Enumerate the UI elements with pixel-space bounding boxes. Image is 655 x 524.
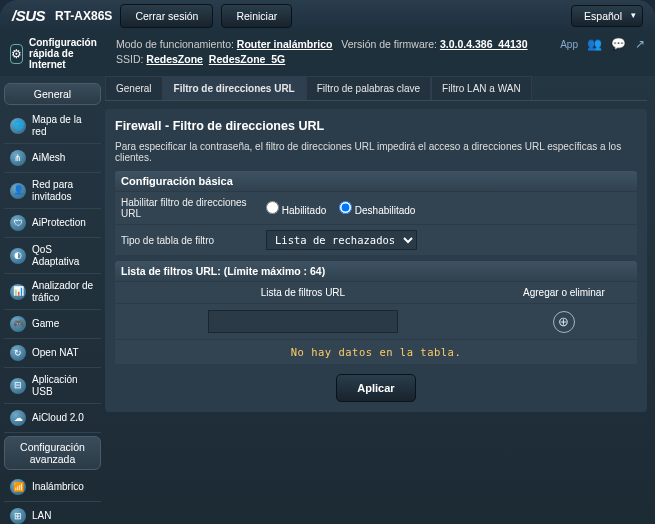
tab-url-filter[interactable]: Filtro de direcciones URL bbox=[163, 76, 306, 100]
nav-open-nat[interactable]: ↻Open NAT bbox=[4, 339, 101, 368]
basic-config-header: Configuración básica bbox=[115, 171, 637, 191]
shield-icon: 🛡 bbox=[10, 215, 26, 231]
tab-lan-wan-filter[interactable]: Filtro LAN a WAN bbox=[431, 76, 532, 100]
radio-disabled[interactable] bbox=[339, 201, 352, 214]
devices-icon[interactable]: 👥 bbox=[587, 37, 602, 51]
nav-guest-network[interactable]: 👤Red para invitados bbox=[4, 173, 101, 209]
nav-label: LAN bbox=[32, 510, 51, 522]
nav-usb-app[interactable]: ⊟Aplicación USB bbox=[4, 368, 101, 404]
wizard-icon: ⚙ bbox=[10, 44, 23, 64]
op-mode-value[interactable]: Router inalámbrico bbox=[237, 38, 333, 50]
share-icon[interactable]: ↗ bbox=[635, 37, 645, 51]
enable-filter-label: Habilitar filtro de direcciones URL bbox=[115, 192, 260, 225]
nav-network-map[interactable]: 🌐Mapa de la red bbox=[4, 108, 101, 144]
nav-traffic-analyzer[interactable]: 📊Analizador de tráfico bbox=[4, 274, 101, 310]
nav-aiprotection[interactable]: 🛡AiProtection bbox=[4, 209, 101, 238]
radio-disabled-text: Deshabilitado bbox=[355, 205, 416, 216]
filter-table-type-label: Tipo de tabla de filtro bbox=[115, 225, 260, 256]
usb-icon: ⊟ bbox=[10, 378, 26, 394]
ssid-label: SSID: bbox=[116, 53, 143, 65]
feedback-icon[interactable]: 💬 bbox=[611, 37, 626, 51]
globe-icon: 🌐 bbox=[10, 118, 26, 134]
nav-label: QoS Adaptativa bbox=[32, 244, 95, 267]
brand-logo: /SUS bbox=[12, 7, 45, 24]
chart-icon: 📊 bbox=[10, 284, 26, 300]
app-link[interactable]: App bbox=[560, 39, 578, 50]
tab-keyword-filter[interactable]: Filtro de palabras clave bbox=[306, 76, 431, 100]
nav-label: AiMesh bbox=[32, 152, 65, 164]
op-mode-label: Modo de funcionamiento: bbox=[116, 38, 234, 50]
col-add-header: Agregar o eliminar bbox=[491, 282, 637, 304]
nav-label: Game bbox=[32, 318, 59, 330]
quick-setup-wizard[interactable]: ⚙ Configuración rápida de Internet bbox=[10, 37, 110, 70]
add-url-button[interactable]: ⊕ bbox=[553, 311, 575, 333]
page-title: Firewall - Filtro de direcciones URL bbox=[115, 119, 637, 133]
filter-table-type-select[interactable]: Lista de rechazados bbox=[266, 230, 417, 250]
nav-label: AiCloud 2.0 bbox=[32, 412, 84, 424]
nav-label: AiProtection bbox=[32, 217, 86, 229]
radio-enabled-text: Habilitado bbox=[282, 205, 326, 216]
nat-icon: ↻ bbox=[10, 345, 26, 361]
nav-label: Analizador de tráfico bbox=[32, 280, 95, 303]
sidebar-section-general: General bbox=[4, 83, 101, 105]
nav-label: Open NAT bbox=[32, 347, 79, 359]
radio-enabled[interactable] bbox=[266, 201, 279, 214]
nav-aicloud[interactable]: ☁AiCloud 2.0 bbox=[4, 404, 101, 433]
logout-button[interactable]: Cerrar sesión bbox=[120, 4, 213, 28]
wizard-label: Configuración rápida de Internet bbox=[29, 37, 110, 70]
radio-disabled-label[interactable]: Deshabilitado bbox=[339, 205, 415, 216]
ssid-2: RedesZone_5G bbox=[209, 53, 285, 65]
sidebar-section-advanced: Configuración avanzada bbox=[4, 436, 101, 470]
nav-qos[interactable]: ◐QoS Adaptativa bbox=[4, 238, 101, 274]
ssid-1: RedesZone bbox=[146, 53, 203, 65]
mesh-icon: ⋔ bbox=[10, 150, 26, 166]
cloud-icon: ☁ bbox=[10, 410, 26, 426]
fw-value[interactable]: 3.0.0.4.386_44130 bbox=[440, 38, 528, 50]
col-url-header: Lista de filtros URL bbox=[115, 282, 491, 304]
nav-label: Aplicación USB bbox=[32, 374, 95, 397]
nav-lan[interactable]: ⊞LAN bbox=[4, 502, 101, 524]
url-filter-input[interactable] bbox=[208, 310, 398, 333]
nav-label: Mapa de la red bbox=[32, 114, 95, 137]
language-dropdown[interactable]: Español bbox=[571, 5, 643, 27]
nav-label: Red para invitados bbox=[32, 179, 95, 202]
reboot-button[interactable]: Reiniciar bbox=[221, 4, 292, 28]
nav-game[interactable]: 🎮Game bbox=[4, 310, 101, 339]
tab-general[interactable]: General bbox=[105, 76, 163, 100]
wifi-icon: 📶 bbox=[10, 479, 26, 495]
guest-icon: 👤 bbox=[10, 183, 26, 199]
lan-icon: ⊞ bbox=[10, 508, 26, 524]
page-description: Para especificar la contraseña, el filtr… bbox=[115, 141, 637, 163]
model-name: RT-AX86S bbox=[55, 9, 112, 23]
gauge-icon: ◐ bbox=[10, 248, 26, 264]
empty-table-message: No hay datos en la tabla. bbox=[115, 340, 637, 365]
url-filter-list-header: Lista de filtros URL: (Límite máximo : 6… bbox=[115, 261, 637, 281]
radio-enabled-label[interactable]: Habilitado bbox=[266, 205, 329, 216]
nav-aimesh[interactable]: ⋔AiMesh bbox=[4, 144, 101, 173]
nav-label: Inalámbrico bbox=[32, 481, 84, 493]
nav-wireless[interactable]: 📶Inalámbrico bbox=[4, 473, 101, 502]
gamepad-icon: 🎮 bbox=[10, 316, 26, 332]
fw-label: Versión de firmware: bbox=[341, 38, 437, 50]
apply-button[interactable]: Aplicar bbox=[336, 374, 415, 402]
